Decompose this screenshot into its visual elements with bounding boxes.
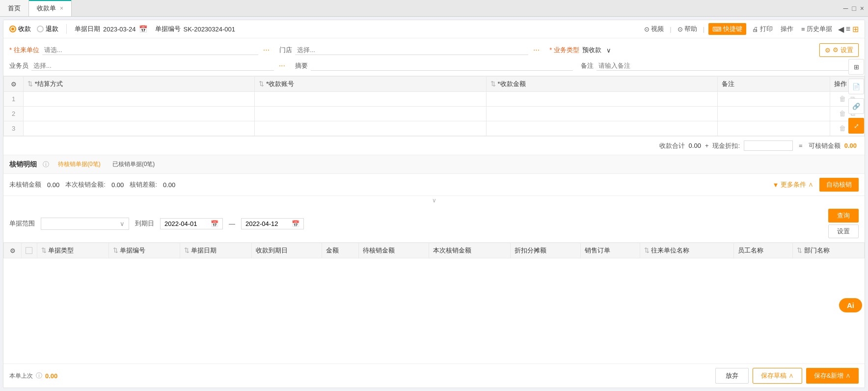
summary-field: 摘要 [295,61,573,71]
col-current-amount: 本次核销金额 [429,243,511,258]
amount-cell-1[interactable] [486,92,717,107]
writeoff-info-icon[interactable]: ⓘ [43,160,49,169]
collapse-icon[interactable]: ∨ [432,197,436,204]
print-label: 打印 [760,25,773,33]
radio-refund[interactable]: 退款 [37,25,58,33]
radio-refund-label: 退款 [46,25,58,33]
calendar-to-icon[interactable]: 📅 [292,220,299,227]
radio-receive-circle [9,26,16,32]
video-button[interactable]: ⊙ 视频 [642,24,666,34]
staff-more-icon[interactable]: ··· [277,61,287,70]
date-from-input[interactable] [164,220,209,227]
range-select[interactable]: ∨ [41,218,129,230]
radio-receive[interactable]: 收款 [9,25,31,33]
amount-cell-3[interactable] [486,121,717,136]
col-pending-amount: 待核销金额 [359,243,429,258]
counterpart-more-icon[interactable]: ··· [261,46,271,55]
note-input[interactable] [597,61,859,71]
counterpart-label: * 往来单位 [9,46,39,55]
select-all-checkbox[interactable] [26,247,32,254]
note-field: 备注 [581,61,859,71]
settings-button-2[interactable]: 设置 [828,224,859,238]
sort-icon: ⇅ [184,247,190,254]
toolbar-divider [66,24,67,34]
sidebar-expand-icon[interactable]: ⤢ [848,118,864,134]
payment-method-cell-2[interactable] [24,107,255,121]
store-more-icon[interactable]: ··· [531,46,542,55]
table-row: 3 🗑 ⧉ [4,121,865,136]
sidebar-table-icon[interactable]: ⊞ [848,59,864,75]
bottom-info-icon[interactable]: ⓘ [36,371,42,380]
biz-type-arrow[interactable]: ∨ [606,47,611,54]
account-cell-2[interactable] [255,107,486,121]
maximize-button[interactable]: □ [852,4,856,12]
print-button[interactable]: 🖨 打印 [750,24,775,34]
delete-icon-1[interactable]: 🗑 [839,95,846,103]
discount-input[interactable] [744,140,793,151]
tab-close-icon[interactable]: × [60,5,63,12]
account-cell-3[interactable] [255,121,486,136]
note-cell-2[interactable] [718,107,830,121]
row-num-1: 1 [4,92,24,107]
note-cell-1[interactable] [718,92,830,107]
table-settings-icon[interactable]: ⚙ [11,81,17,88]
current-label: 本次核销金额: [65,180,106,189]
shortcut-button[interactable]: ⌨ 快捷键 [708,23,746,35]
tab-home-label: 首页 [8,4,21,13]
help-button[interactable]: ⊙ 帮助 [676,24,699,34]
save-draft-label: 保存草稿 ∧ [761,371,794,380]
operations-button[interactable]: 操作 [779,24,795,34]
layout-list-icon[interactable]: ≡ [846,25,850,34]
query-button[interactable]: 查询 [828,209,859,223]
auto-clear-button[interactable]: 自动核销 [819,178,859,192]
more-filters-button[interactable]: ▼ 更多条件 ∧ [773,180,814,189]
note-label: 备注 [581,61,594,70]
total-label: 收款合计 [659,141,685,150]
date-to-input[interactable] [245,220,290,227]
close-window-button[interactable]: × [860,4,864,12]
sidebar-doc-icon[interactable]: 📄 [848,79,864,94]
total-value: 0.00 [689,142,701,149]
col-payment-method: ⇅ *结算方式 [24,77,255,92]
operations-label: 操作 [781,25,793,33]
history-button[interactable]: ≡ 历史单据 [799,24,834,34]
calendar-from-icon[interactable]: 📅 [211,220,218,227]
date-to-wrap: 📅 [241,218,304,229]
payment-method-cell-1[interactable] [24,92,255,107]
save-draft-button[interactable]: 保存草稿 ∧ [753,368,802,384]
help-label: 帮助 [684,25,697,33]
calendar-icon[interactable]: 📅 [139,25,147,33]
tab-receipt[interactable]: 收款单 × [29,0,72,16]
col-amount: ⇅ *收款金额 [486,77,717,92]
minimize-button[interactable]: ─ [843,4,848,12]
done-tab[interactable]: 已核销单据(0笔) [109,159,158,169]
receipt-table: ⚙ ⇅ *结算方式 ⇅ *收款账号 ⇅ *收款金额 备注 操作 [3,76,865,136]
settings-button[interactable]: ⚙ ⚙ 设置 [819,43,859,57]
counterpart-input[interactable] [42,45,258,55]
right-sidebar: ⊞ 📄 🔗 ⤢ [848,59,864,134]
doc-value: SK-20230324-001 [184,26,236,33]
sidebar-link-icon[interactable]: 🔗 [848,98,864,114]
account-cell-1[interactable] [255,92,486,107]
toolbar: 收款 退款 单据日期 2023-03-24 📅 单据编号 SK-20230324… [3,20,865,38]
save-new-button[interactable]: 保存&新增 ∧ [806,368,859,384]
discard-button[interactable]: 放弃 [715,368,749,384]
amount-cell-2[interactable] [486,107,717,121]
summary-input[interactable] [311,61,573,71]
tab-home[interactable]: 首页 [0,0,29,16]
pending-tab[interactable]: 待核销单据(0笔) [55,159,104,169]
store-input[interactable] [295,45,528,55]
layout-grid-icon[interactable]: ⊞ [852,25,859,34]
note-cell-3[interactable] [718,121,830,136]
delete-icon-2[interactable]: 🗑 [839,110,846,117]
delete-icon-3[interactable]: 🗑 [839,124,846,132]
staff-input[interactable] [31,61,274,71]
writeoff-section-header: 核销明细 ⓘ 待核销单据(0笔) 已核销单据(0笔) [3,155,865,174]
payment-method-cell-3[interactable] [24,121,255,136]
bottom-settings-icon[interactable]: ⚙ [10,247,16,254]
video-icon: ⊙ [644,26,650,33]
layout-prev-icon[interactable]: ◀ [838,25,844,34]
more-filters-label: 更多条件 ∧ [781,180,814,189]
ai-badge[interactable]: Ai [839,298,862,312]
radio-refund-circle [37,26,44,32]
